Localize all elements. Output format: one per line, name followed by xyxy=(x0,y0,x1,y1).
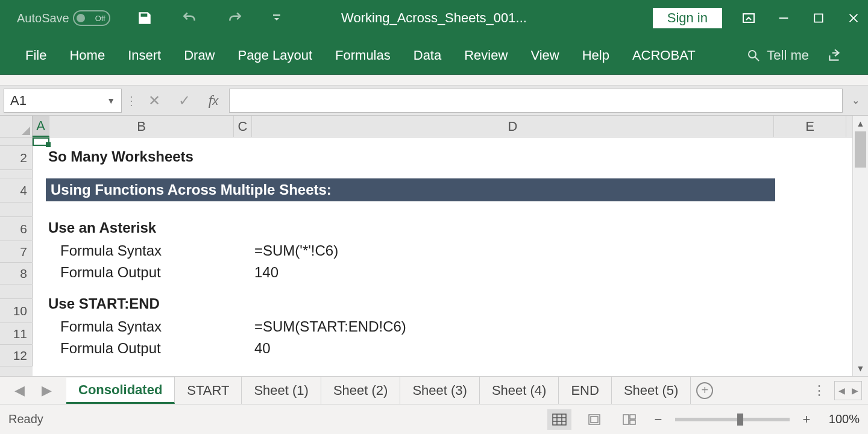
tab-acrobat[interactable]: ACROBAT xyxy=(632,48,696,63)
zoom-slider-thumb[interactable] xyxy=(737,414,743,426)
autosave-label: AutoSave xyxy=(17,11,69,25)
formula-bar-separator: ⋮ xyxy=(125,93,137,108)
tab-review[interactable]: Review xyxy=(464,48,508,63)
sign-in-button[interactable]: Sign in xyxy=(653,8,722,28)
normal-view-icon[interactable] xyxy=(547,409,571,430)
cell-b2[interactable]: So Many Worksheets xyxy=(33,148,217,165)
row-header-1[interactable] xyxy=(0,137,33,146)
select-all-cell[interactable] xyxy=(0,116,33,137)
column-header-d[interactable]: D xyxy=(252,116,774,137)
undo-icon[interactable] xyxy=(180,10,198,26)
tell-me-label[interactable]: Tell me xyxy=(767,48,809,63)
sheet-tab-sheet2[interactable]: Sheet (2) xyxy=(321,377,401,404)
formula-input[interactable] xyxy=(229,89,843,113)
quick-access-toolbar xyxy=(137,10,281,26)
autosave-control[interactable]: AutoSave Off xyxy=(17,10,110,26)
sheet-tabs: Consolidated START Sheet (1) Sheet (2) S… xyxy=(66,377,691,404)
minimize-icon[interactable] xyxy=(775,10,792,27)
row-header-8[interactable]: 8 xyxy=(0,263,33,285)
formula-bar: A1 ▼ ⋮ ✕ ✓ fx ⌄ xyxy=(0,86,868,116)
tell-me-search-icon[interactable] xyxy=(746,48,761,63)
row-header-2[interactable]: 2 xyxy=(0,146,33,170)
save-icon[interactable] xyxy=(137,10,153,26)
cell-b12[interactable]: Formula Output xyxy=(33,340,217,357)
sheet-tab-sheet5[interactable]: Sheet (5) xyxy=(612,377,691,404)
close-icon[interactable] xyxy=(845,10,862,27)
cell-d7[interactable]: =SUM('*'!C6) xyxy=(252,242,338,259)
enter-formula-icon[interactable]: ✓ xyxy=(171,92,198,109)
zoom-in-button[interactable]: + xyxy=(800,412,813,427)
plus-icon: + xyxy=(696,382,713,399)
sheet-tab-sheet1[interactable]: Sheet (1) xyxy=(242,377,321,404)
row-header-5[interactable] xyxy=(0,203,33,217)
tab-formulas[interactable]: Formulas xyxy=(335,48,391,63)
sheet-options-icon[interactable]: ⋮ xyxy=(813,383,826,398)
tab-data[interactable]: Data xyxy=(414,48,441,63)
page-break-view-icon[interactable] xyxy=(617,409,641,430)
zoom-out-button[interactable]: − xyxy=(652,412,664,427)
autosave-toggle[interactable]: Off xyxy=(73,10,110,26)
row-header-12[interactable]: 12 xyxy=(0,345,33,366)
tab-help[interactable]: Help xyxy=(582,48,609,63)
insert-function-icon[interactable]: fx xyxy=(201,92,225,108)
hscroll-right-icon[interactable]: ▶ xyxy=(848,382,861,400)
tab-home[interactable]: Home xyxy=(69,48,105,63)
row-header-9[interactable] xyxy=(0,285,33,299)
chevron-down-icon[interactable]: ▼ xyxy=(107,96,115,105)
cell-b8[interactable]: Formula Output xyxy=(33,264,217,281)
zoom-level[interactable]: 100% xyxy=(823,412,860,426)
ribbon-display-options-icon[interactable] xyxy=(740,10,757,27)
tab-file[interactable]: File xyxy=(25,48,46,63)
sheet-tab-start[interactable]: START xyxy=(175,377,242,404)
row-header-6[interactable]: 6 xyxy=(0,217,33,241)
scroll-down-icon[interactable]: ▼ xyxy=(853,360,868,376)
cell-b10[interactable]: Use START:END xyxy=(33,295,217,312)
ribbon-tabs: File Home Insert Draw Page Layout Formul… xyxy=(0,36,868,75)
sheet-tab-consolidated[interactable]: Consolidated xyxy=(66,377,175,404)
cell-b7[interactable]: Formula Syntax xyxy=(33,242,217,259)
name-box[interactable]: A1 ▼ xyxy=(4,89,122,113)
tab-view[interactable]: View xyxy=(530,48,559,63)
sheet-nav: ◀ ▶ xyxy=(0,377,66,404)
scroll-thumb[interactable] xyxy=(855,131,866,168)
tab-draw[interactable]: Draw xyxy=(184,48,215,63)
horizontal-scroll-nav[interactable]: ◀ ▶ xyxy=(834,381,862,400)
tab-page-layout[interactable]: Page Layout xyxy=(238,48,313,63)
maximize-icon[interactable] xyxy=(810,10,827,27)
title-bar: AutoSave Off Working_Across_Sheets_001..… xyxy=(0,0,868,36)
tab-insert[interactable]: Insert xyxy=(128,48,161,63)
section-banner[interactable]: Using Functions Across Multiple Sheets: xyxy=(46,178,775,201)
qat-customize-icon[interactable] xyxy=(272,13,281,23)
row-header-11[interactable]: 11 xyxy=(0,323,33,345)
page-layout-view-icon[interactable] xyxy=(582,409,606,430)
cell-d8[interactable]: 140 xyxy=(252,264,278,281)
row-header-10[interactable]: 10 xyxy=(0,299,33,323)
column-header-c[interactable]: C xyxy=(234,116,252,137)
cell-d12[interactable]: 40 xyxy=(252,340,271,357)
autosave-state: Off xyxy=(95,14,105,23)
scroll-up-icon[interactable]: ▲ xyxy=(853,116,868,131)
cancel-formula-icon[interactable]: ✕ xyxy=(141,92,168,109)
cell-b6[interactable]: Use an Asterisk xyxy=(33,219,217,236)
column-header-a[interactable]: A xyxy=(33,116,49,137)
row-header-7[interactable]: 7 xyxy=(0,241,33,263)
sheet-tab-end[interactable]: END xyxy=(559,377,611,404)
column-header-e[interactable]: E xyxy=(774,116,846,137)
expand-formula-bar-icon[interactable]: ⌄ xyxy=(846,95,864,106)
redo-icon[interactable] xyxy=(226,10,244,26)
sheet-tab-sheet4[interactable]: Sheet (4) xyxy=(480,377,559,404)
vertical-scrollbar[interactable]: ▲ ▼ xyxy=(852,116,868,376)
hscroll-left-icon[interactable]: ◀ xyxy=(835,382,848,400)
cell-d11[interactable]: =SUM(START:END!C6) xyxy=(252,318,406,335)
column-header-b[interactable]: B xyxy=(49,116,234,137)
zoom-slider[interactable] xyxy=(675,418,790,421)
row-header-4[interactable]: 4 xyxy=(0,178,33,203)
row-header-3[interactable] xyxy=(0,170,33,178)
share-icon[interactable] xyxy=(827,48,843,63)
sheet-nav-prev-icon[interactable]: ◀ xyxy=(14,383,25,398)
cells-area[interactable]: So Many Worksheets Using Functions Acros… xyxy=(33,137,852,376)
cell-b11[interactable]: Formula Syntax xyxy=(33,318,217,335)
sheet-nav-next-icon[interactable]: ▶ xyxy=(42,383,52,398)
new-sheet-button[interactable]: + xyxy=(691,377,719,404)
sheet-tab-sheet3[interactable]: Sheet (3) xyxy=(400,377,480,404)
